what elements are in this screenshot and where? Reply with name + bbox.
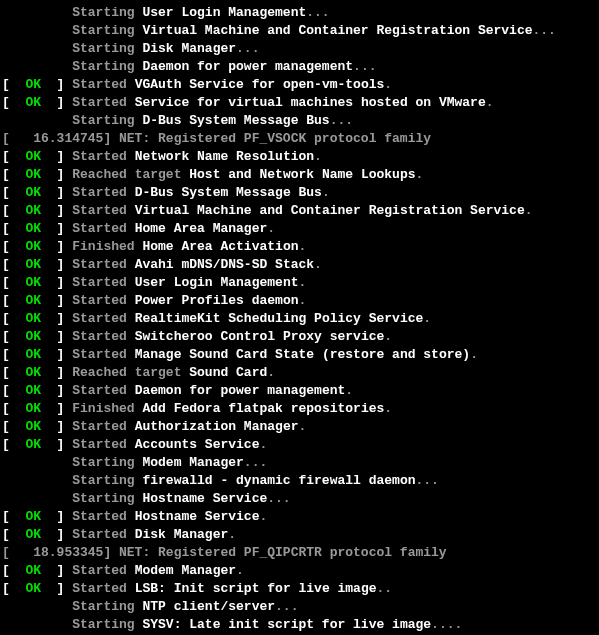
service-name: Sound Card	[189, 365, 267, 380]
bracket-close: ]	[41, 149, 72, 164]
tail: .	[267, 365, 275, 380]
service-name: D-Bus System Message Bus	[135, 185, 322, 200]
tail: ...	[353, 59, 376, 74]
status-ok: OK	[25, 401, 41, 416]
status-ok: OK	[25, 95, 41, 110]
bracket-close: ]	[41, 347, 72, 362]
boot-console: Starting User Login Management... Starti…	[0, 0, 599, 635]
tail: .	[416, 167, 424, 182]
boot-line: [ OK ] Started Accounts Service.	[2, 436, 597, 454]
service-name: Add Fedora flatpak repositories	[142, 401, 384, 416]
status-verb: Reached target	[72, 167, 189, 182]
bracket-close: ]	[41, 419, 72, 434]
service-name: Daemon for power management	[135, 383, 346, 398]
service-name: Host and Network Name Lookups	[189, 167, 415, 182]
tail: .	[423, 311, 431, 326]
indent	[2, 113, 72, 128]
status-ok: OK	[25, 383, 41, 398]
boot-line: [ OK ] Started Virtual Machine and Conta…	[2, 202, 597, 220]
indent	[2, 473, 72, 488]
status-verb: Starting	[72, 455, 142, 470]
status-verb: Starting	[72, 41, 142, 56]
service-name: Disk Manager	[142, 41, 236, 56]
status-ok: OK	[25, 239, 41, 254]
bracket-close: ]	[41, 257, 72, 272]
bracket-open: [	[2, 275, 25, 290]
status-verb: Started	[72, 221, 134, 236]
boot-line: [ 16.314745] NET: Registered PF_VSOCK pr…	[2, 130, 597, 148]
bracket-open: [	[2, 167, 25, 182]
status-ok: OK	[25, 77, 41, 92]
status-verb: Started	[72, 383, 134, 398]
boot-line: [ OK ] Started Service for virtual machi…	[2, 94, 597, 112]
service-name: User Login Management	[142, 5, 306, 20]
boot-line: [ 18.953345] NET: Registered PF_QIPCRTR …	[2, 544, 597, 562]
bracket-open: [	[2, 95, 25, 110]
boot-line: Starting Disk Manager...	[2, 40, 597, 58]
boot-line: Starting Modem Manager...	[2, 454, 597, 472]
tail: ...	[533, 23, 556, 38]
tail: .	[259, 509, 267, 524]
status-ok: OK	[25, 509, 41, 524]
bracket-open: [	[2, 581, 25, 596]
service-name: Network Name Resolution	[135, 149, 314, 164]
boot-line: [ OK ] Started Avahi mDNS/DNS-SD Stack.	[2, 256, 597, 274]
bracket-close: ]	[41, 95, 72, 110]
tail: .	[384, 329, 392, 344]
tail: ...	[275, 599, 298, 614]
bracket-close: ]	[41, 221, 72, 236]
boot-line: [ OK ] Started VGAuth Service for open-v…	[2, 76, 597, 94]
boot-line: [ OK ] Started Modem Manager.	[2, 562, 597, 580]
tail: .	[345, 383, 353, 398]
status-verb: Started	[72, 527, 134, 542]
status-verb: Started	[72, 311, 134, 326]
tail: .	[486, 95, 494, 110]
service-name: Manage Sound Card State (restore and sto…	[135, 347, 470, 362]
bracket-close: ]	[41, 185, 72, 200]
status-ok: OK	[25, 275, 41, 290]
tail: ...	[415, 473, 438, 488]
status-verb: Started	[72, 149, 134, 164]
bracket-close: ]	[41, 527, 72, 542]
boot-line: Starting SYSV: Late init script for live…	[2, 616, 597, 634]
boot-line: Starting Daemon for power management...	[2, 58, 597, 76]
bracket-open: [	[2, 149, 25, 164]
tail: .	[236, 563, 244, 578]
status-verb: Starting	[72, 491, 142, 506]
status-verb: Starting	[72, 113, 142, 128]
tail: .	[384, 77, 392, 92]
service-name: Modem Manager	[142, 455, 243, 470]
status-ok: OK	[25, 185, 41, 200]
status-verb: Started	[72, 563, 134, 578]
status-verb: Started	[72, 347, 134, 362]
bracket-open: [	[2, 419, 25, 434]
status-verb: Finished	[72, 239, 142, 254]
indent	[2, 617, 72, 632]
bracket-close: ]	[41, 293, 72, 308]
boot-line: [ OK ] Started Network Name Resolution.	[2, 148, 597, 166]
indent	[2, 59, 72, 74]
kernel-message: [ 18.953345] NET: Registered PF_QIPCRTR …	[2, 545, 447, 560]
service-name: LSB: Init script for live image	[135, 581, 377, 596]
bracket-open: [	[2, 239, 25, 254]
bracket-open: [	[2, 311, 25, 326]
status-ok: OK	[25, 221, 41, 236]
status-verb: Started	[72, 293, 134, 308]
status-ok: OK	[25, 203, 41, 218]
indent	[2, 599, 72, 614]
tail: .	[298, 293, 306, 308]
bracket-open: [	[2, 257, 25, 272]
bracket-open: [	[2, 77, 25, 92]
status-ok: OK	[25, 563, 41, 578]
bracket-open: [	[2, 527, 25, 542]
tail: .	[470, 347, 478, 362]
service-name: RealtimeKit Scheduling Policy Service	[135, 311, 424, 326]
boot-line: [ OK ] Finished Home Area Activation.	[2, 238, 597, 256]
boot-line: [ OK ] Finished Add Fedora flatpak repos…	[2, 400, 597, 418]
bracket-close: ]	[41, 329, 72, 344]
status-verb: Started	[72, 257, 134, 272]
tail: ...	[267, 491, 290, 506]
bracket-open: [	[2, 347, 25, 362]
boot-line: [ OK ] Started Hostname Service.	[2, 508, 597, 526]
boot-line: [ OK ] Started Authorization Manager.	[2, 418, 597, 436]
